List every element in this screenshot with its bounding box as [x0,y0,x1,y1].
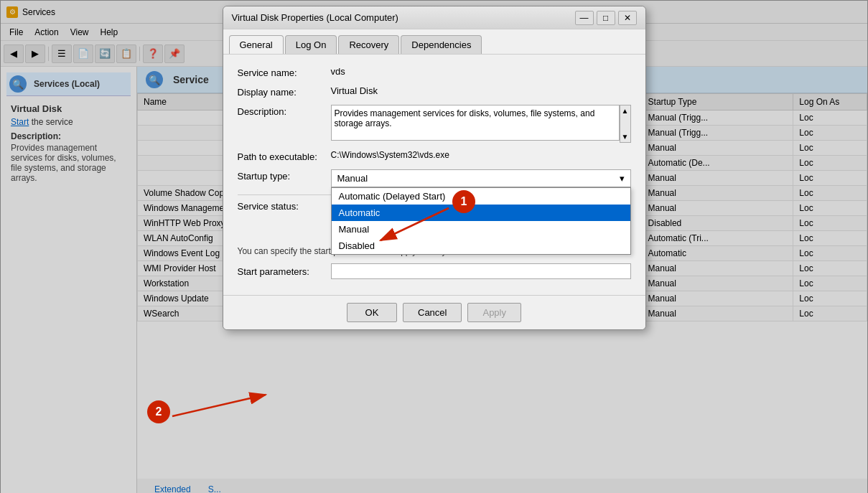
dialog-footer: OK Cancel Apply [223,295,645,329]
desc-textarea[interactable] [331,105,620,141]
path-value: C:\Windows\System32\vds.exe [331,150,449,160]
desc-scrollbar[interactable]: ▲ ▼ [620,105,631,143]
path-label: Path to executable: [238,150,331,162]
display-name-value: Virtual Disk [331,85,378,96]
display-name-label: Display name: [238,85,331,98]
option-manual[interactable]: Manual [332,221,630,238]
startup-dropdown[interactable]: Manual ▾ [331,169,631,187]
dialog-titlebar: Virtual Disk Properties (Local Computer)… [223,6,645,29]
apply-button[interactable]: Apply [467,303,521,322]
ok-button[interactable]: OK [347,303,397,322]
startup-dropdown-wrapper: Manual ▾ Automatic (Delayed Start) Autom… [331,169,631,187]
tab-general[interactable]: General [229,35,284,54]
start-params-input[interactable] [331,263,631,279]
path-row: Path to executable: C:\Windows\System32\… [238,150,631,162]
dialog-close[interactable]: ✕ [618,11,637,25]
desc-wrapper: ▲ ▼ [331,105,631,143]
description-row: Description: ▲ ▼ [238,105,631,143]
service-name-label: Service name: [238,66,331,78]
dialog-controls: — □ ✕ [575,11,637,25]
service-name-value: vds [331,66,345,77]
start-params-row: Start parameters: [238,263,631,279]
option-delayed[interactable]: Automatic (Delayed Start) [332,188,630,205]
annotation-1: 1 [452,190,475,213]
status-label: Service status: [238,201,331,212]
option-disabled[interactable]: Disabled [332,238,630,254]
cancel-button[interactable]: Cancel [403,303,462,322]
dialog-title: Virtual Disk Properties (Local Computer) [232,12,398,23]
tab-dependencies[interactable]: Dependencies [401,35,482,54]
startup-type-row: Startup type: Manual ▾ Automatic (Delaye… [238,169,631,187]
display-name-row: Display name: Virtual Disk [238,85,631,98]
service-name-row: Service name: vds [238,66,631,78]
startup-label: Startup type: [238,169,331,182]
option-automatic[interactable]: Automatic [332,205,630,221]
dialog-content: Service name: vds Display name: Virtual … [223,54,645,295]
tab-logon[interactable]: Log On [285,35,337,54]
start-params-label: Start parameters: [238,265,331,277]
properties-dialog: Virtual Disk Properties (Local Computer)… [223,6,646,330]
dialog-minimize[interactable]: — [575,11,594,25]
startup-current: Manual [337,173,368,184]
annotation-2: 2 [147,400,170,423]
dialog-overlay: Virtual Disk Properties (Local Computer)… [0,0,868,493]
desc-label: Description: [238,105,331,117]
chevron-down-icon: ▾ [620,173,625,184]
dialog-maximize[interactable]: □ [597,11,615,25]
dialog-tabs: General Log On Recovery Dependencies [223,29,645,54]
tab-recovery[interactable]: Recovery [338,35,399,54]
startup-dropdown-list: Automatic (Delayed Start) Automatic Manu… [331,187,631,255]
